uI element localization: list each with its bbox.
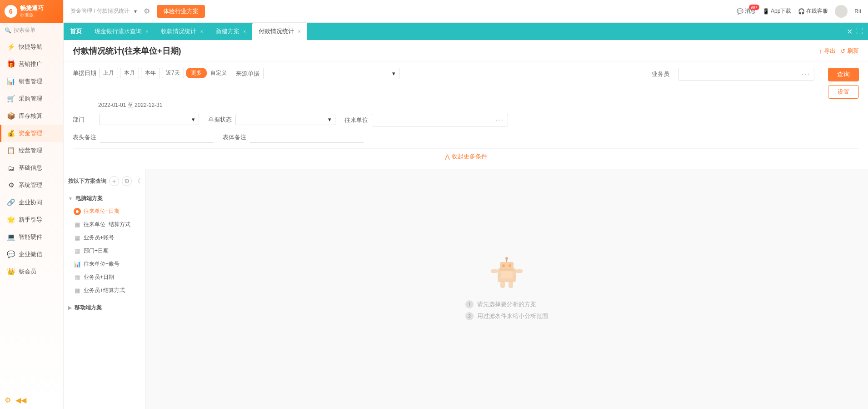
query-btn[interactable]: 查询	[828, 68, 859, 81]
staff-dots[interactable]: ···	[802, 70, 810, 78]
active-circle-icon	[74, 208, 81, 215]
svg-rect-6	[491, 269, 498, 273]
sidebar-item-operations[interactable]: 📋 经营管理	[0, 142, 63, 159]
table-icon-1: ▦	[74, 221, 81, 228]
tab-new-scheme[interactable]: 新建方案 ×	[210, 23, 252, 40]
sidebar-item-quick-nav[interactable]: ⚡ 快捷导航	[0, 38, 63, 56]
sidebar-item-wechat[interactable]: 💬 企业微信	[0, 246, 63, 263]
try-btn[interactable]: 体验行业方案	[157, 5, 205, 18]
collapse-more-btn[interactable]: ⋀ 收起更多条件	[73, 148, 859, 164]
scheme-item-party-payment[interactable]: ▦ 往来单位+结算方式	[64, 218, 145, 231]
source-select[interactable]: ▾	[263, 68, 399, 79]
collapse-sidebar-icon[interactable]: ◀◀	[15, 396, 26, 404]
head-note-input[interactable]	[100, 132, 214, 143]
staff-select[interactable]: ···	[678, 68, 814, 81]
scheme-item-staff-payment[interactable]: ▦ 业务员+结算方式	[64, 284, 145, 297]
scheme-item-dept-date[interactable]: ▦ 部门+日期	[64, 244, 145, 258]
export-btn[interactable]: ↑ 导出	[819, 47, 836, 55]
sidebar-item-finance[interactable]: 💰 资金管理	[0, 125, 63, 142]
finance-icon: 💰	[7, 129, 15, 137]
step-num-2: 2	[465, 312, 474, 320]
sidebar-item-marketing[interactable]: 🎁 营销推广	[0, 56, 63, 73]
sidebar: 6 畅捷通巧 标准版 🔍 搜索菜单 ⚡ 快捷导航 🎁 营销推广 📊 销售管理 🛒…	[0, 0, 64, 409]
settings-scheme-icon[interactable]: ⚙	[122, 176, 132, 186]
scheme-item-staff-date[interactable]: ▦ 业务员+日期	[64, 271, 145, 284]
head-note-label: 表头备注	[73, 133, 96, 141]
sidebar-search[interactable]: 🔍 搜索菜单	[0, 23, 63, 38]
party-select[interactable]: ···	[372, 114, 508, 126]
page-header-actions: ↑ 导出 ↺ 刷新	[819, 47, 859, 55]
filter-row-2: 部门 ▾ 单据状态 ▾ 往来单位	[73, 114, 859, 126]
sidebar-item-collab[interactable]: 🔗 企业协同	[0, 194, 63, 211]
tab-close-bank-flow[interactable]: ×	[145, 29, 148, 34]
date-custom-label: 自定义	[210, 69, 227, 77]
dept-select[interactable]: ▾	[99, 114, 199, 125]
settings-btn[interactable]: 设置	[828, 85, 859, 99]
search-icon: 🔍	[5, 27, 11, 34]
date-this-year[interactable]: 本年	[141, 68, 160, 78]
sidebar-item-hardware[interactable]: 💻 智能硬件	[0, 228, 63, 246]
empty-state: 1 请先选择要分析的方案 2 用过滤条件来缩小分析范围	[447, 237, 566, 342]
sidebar-item-basic-info[interactable]: 🗂 基础信息	[0, 159, 63, 177]
mobile-group-header[interactable]: ▶ 移动端方案	[64, 302, 145, 314]
date-last-month[interactable]: 上月	[99, 68, 118, 78]
settings-bottom-icon[interactable]: ⚙	[5, 396, 11, 404]
empty-step-1: 1 请先选择要分析的方案	[465, 300, 548, 308]
tabs-bar: 首页 现金银行流水查询 × 收款情况统计 × 新建方案 × 付款情况统计 × ✕…	[64, 23, 868, 40]
svg-rect-7	[516, 269, 523, 273]
topbar-app-download[interactable]: 📱 App下载	[763, 7, 791, 15]
query-actions: 查询 设置	[828, 68, 859, 99]
scheme-panel-header: 按以下方案查询 + ⚙ 《	[64, 174, 145, 190]
sidebar-item-guide[interactable]: 🌟 新手引导	[0, 211, 63, 228]
sidebar-item-vip[interactable]: 👑 畅会员	[0, 263, 63, 280]
body-note-label: 表体备注	[223, 133, 246, 141]
refresh-icon: ↺	[840, 48, 845, 55]
tab-close-new-scheme[interactable]: ×	[243, 29, 246, 34]
hardware-icon: 💻	[7, 233, 15, 241]
tab-home[interactable]: 首页	[64, 23, 88, 40]
date-more[interactable]: 更多	[186, 68, 207, 78]
scheme-item-party-date[interactable]: 往来单位+日期	[64, 205, 145, 218]
scheme-item-party-account[interactable]: 📊 往来单位+账号	[64, 258, 145, 271]
status-select[interactable]: ▾	[235, 114, 335, 125]
status-label: 单据状态	[208, 116, 232, 124]
svg-rect-1	[500, 262, 514, 271]
tab-bank-flow[interactable]: 现金银行流水查询 ×	[88, 23, 155, 40]
date-this-month[interactable]: 本月	[120, 68, 139, 78]
mobile-group-arrow: ▶	[68, 305, 72, 310]
scheme-item-staff-account[interactable]: ▦ 业务员+账号	[64, 231, 145, 244]
refresh-btn[interactable]: ↺ 刷新	[840, 47, 859, 55]
maximize-btn[interactable]: ⛶	[856, 27, 863, 35]
sidebar-item-sales[interactable]: 📊 销售管理	[0, 73, 63, 90]
add-scheme-icon[interactable]: +	[109, 176, 119, 186]
desktop-group-header[interactable]: ▼ 电脑端方案	[64, 192, 145, 205]
topbar-dropdown[interactable]: ▾	[134, 8, 137, 15]
close-window-btn[interactable]: ✕	[847, 27, 853, 36]
sidebar-logo: 6 畅捷通巧 标准版	[0, 0, 63, 23]
vip-icon: 👑	[7, 268, 15, 276]
tab-close-payment-stat[interactable]: ×	[298, 29, 300, 34]
main-area: 资金管理 / 付款情况统计 ▾ ⚙ 体验行业方案 💬 消息 99+ 📱 App下…	[64, 0, 868, 409]
user-avatar[interactable]	[835, 5, 848, 18]
collapse-scheme-icon[interactable]: 《	[135, 177, 140, 185]
topbar-message[interactable]: 💬 消息 99+	[737, 7, 756, 15]
headset-icon: 🎧	[798, 8, 805, 15]
tab-payment-stat[interactable]: 付款情况统计 ×	[252, 23, 307, 40]
wechat-icon: 💬	[7, 250, 15, 258]
sidebar-item-system[interactable]: ⚙ 系统管理	[0, 177, 63, 194]
tab-close-receipt-stat[interactable]: ×	[200, 29, 203, 34]
date-label: 单据日期	[73, 69, 96, 77]
date-last-7[interactable]: 近7天	[162, 68, 184, 78]
scheme-group-mobile: ▶ 移动端方案	[64, 299, 145, 316]
party-dots[interactable]: ···	[495, 116, 504, 124]
inventory-icon: 📦	[7, 112, 15, 120]
topbar-service[interactable]: 🎧 在线客服	[798, 7, 828, 15]
body-note-input[interactable]	[250, 132, 364, 143]
tabs-right-actions: ✕ ⛶	[847, 27, 868, 36]
tab-receipt-stat[interactable]: 收款情况统计 ×	[155, 23, 209, 40]
topbar-gear-icon[interactable]: ⚙	[144, 7, 150, 15]
page-header: 付款情况统计(往来单位+日期) ↑ 导出 ↺ 刷新	[64, 40, 868, 61]
filter-item-source: 来源单据 ▾	[236, 68, 643, 79]
sidebar-item-purchase[interactable]: 🛒 采购管理	[0, 90, 63, 107]
sidebar-item-inventory[interactable]: 📦 库存核算	[0, 107, 63, 125]
